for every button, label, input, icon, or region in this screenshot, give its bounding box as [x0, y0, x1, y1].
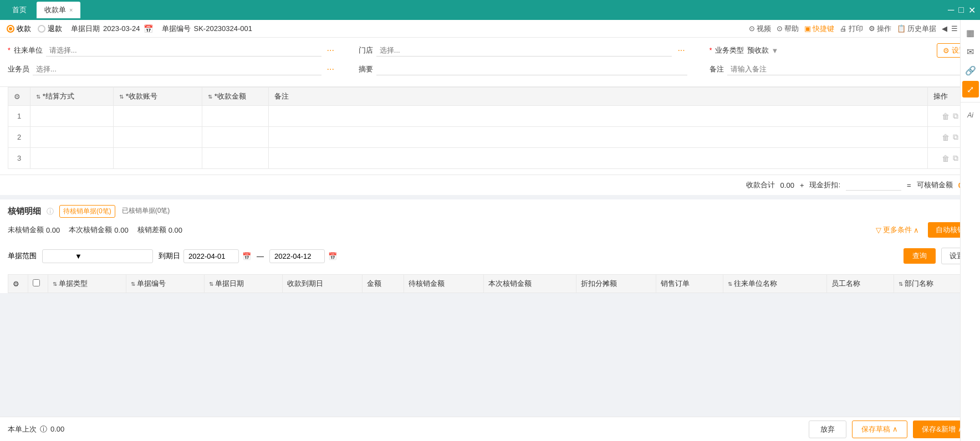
sidebar-expand-icon[interactable]: ⤢ [962, 81, 979, 98]
row-3-note[interactable] [269, 148, 928, 169]
bth-discount: 折扣分摊额 [576, 275, 656, 293]
th-settings[interactable]: ⚙ [8, 88, 30, 106]
store-input[interactable] [376, 44, 672, 57]
date-to-cal-icon[interactable]: 📅 [328, 252, 337, 260]
window-minimize[interactable]: ─ [948, 5, 954, 15]
bottom-table-header: ⚙ ⇅ 单据类型 ⇅ 单据编号 ⇅ 单据日期 收款到期日 [8, 275, 972, 293]
sort-type-icon[interactable]: ⇅ [53, 281, 57, 287]
sidebar-ai-icon[interactable]: Ai [962, 107, 979, 124]
row-1-num: 1 [8, 106, 30, 127]
completed-tab[interactable]: 已核销单据(0笔) [119, 205, 173, 218]
date-from-cal-icon[interactable]: 📅 [242, 252, 251, 260]
abandon-btn[interactable]: 放弃 [809, 421, 846, 438]
row-2-account[interactable] [114, 127, 202, 148]
row-2-delete-icon[interactable]: 🗑 [942, 133, 950, 142]
partner-label: 往来单位 [14, 45, 43, 55]
row-3-payment[interactable] [30, 148, 114, 169]
business-field: * 业务类型 预收款 ▼ ⚙ 设置 [710, 43, 972, 58]
radio-refund[interactable]: 退款 [38, 24, 62, 34]
bth-gear[interactable]: ⚙ [8, 275, 28, 293]
sort-number-icon[interactable]: ⇅ [131, 281, 135, 287]
staff-more-btn[interactable]: ··· [325, 64, 336, 74]
help-btn[interactable]: ⊙ 帮助 [777, 24, 799, 34]
row-2-payment[interactable] [30, 127, 114, 148]
pending-tab[interactable]: 待核销单据(0笔) [59, 205, 115, 218]
bth-due: 收款到期日 [283, 275, 363, 293]
available-label: 可核销金额 [917, 180, 953, 190]
row-2-note[interactable] [269, 127, 928, 148]
note-input[interactable] [727, 63, 972, 75]
sort-date-icon[interactable]: ⇅ [209, 281, 213, 287]
row-3-amount[interactable] [202, 148, 269, 169]
row-1-payment[interactable] [30, 106, 114, 127]
diff-label: 核销差额 [137, 225, 166, 235]
sort-amount-icon[interactable]: ⇅ [208, 94, 212, 100]
bth-checkbox[interactable] [28, 275, 48, 293]
bottom-gear-icon[interactable]: ⚙ [13, 280, 19, 288]
row-3-account[interactable] [114, 148, 202, 169]
date-to-input[interactable] [269, 249, 325, 263]
shortcut-btn[interactable]: ▣ 快捷键 [804, 24, 834, 34]
info-circle-icon: ⓘ [40, 424, 47, 434]
footer-last-value: 0.00 [50, 425, 64, 433]
radio-receive-label: 收款 [17, 24, 31, 34]
table-gear-icon[interactable]: ⚙ [14, 93, 21, 101]
tab-bar-right: ─ □ ✕ [948, 5, 976, 16]
sidebar-message-icon[interactable]: ✉ [962, 43, 979, 60]
equals-sign: = [907, 181, 911, 189]
memo-field: 摘要 [359, 63, 687, 75]
sort-account-icon[interactable]: ⇅ [119, 94, 124, 100]
select-all-checkbox[interactable] [33, 279, 40, 286]
th-action-label: 操作 [933, 92, 948, 100]
partner-more-btn[interactable]: ··· [325, 45, 336, 55]
row-3-copy-icon[interactable]: ⧉ [953, 153, 958, 163]
row-1-copy-icon[interactable]: ⧉ [953, 111, 958, 121]
tab-home[interactable]: 首页 [4, 2, 34, 18]
history-btn[interactable]: 📋 历史单据 [897, 24, 936, 34]
sidebar-table-icon[interactable]: ▦ [962, 24, 979, 41]
sort-payment-icon[interactable]: ⇅ [36, 94, 40, 100]
date-calendar-icon[interactable]: 📅 [144, 24, 153, 33]
discount-input[interactable] [846, 180, 901, 191]
footer-right: 放弃 保存草稿 ∧ 保存&新增 ∧ [809, 421, 972, 438]
range-select[interactable]: ▼ [42, 249, 153, 263]
prev-view-icon[interactable]: ◀ [942, 24, 947, 33]
sidebar-link-icon[interactable]: 🔗 [962, 62, 979, 79]
sort-dept-icon[interactable]: ⇅ [899, 281, 903, 287]
staff-input[interactable] [33, 63, 321, 75]
radio-receive[interactable]: 收款 [7, 24, 31, 34]
more-filter-btn[interactable]: ▽ 更多条件 ∧ [876, 225, 919, 235]
info-icon[interactable]: ⓘ [47, 207, 54, 217]
save-new-label: 保存&新增 [922, 424, 956, 434]
store-more-btn[interactable]: ··· [675, 45, 687, 55]
partner-input[interactable] [46, 44, 321, 57]
row-1-account[interactable] [114, 106, 202, 127]
list-view-icon[interactable]: ☰ [948, 23, 961, 34]
tab-bar: 首页 收款单 × ─ □ ✕ [0, 0, 980, 20]
row-1-delete-icon[interactable]: 🗑 [942, 112, 950, 121]
operation-btn[interactable]: ⚙ 操作 [869, 24, 891, 34]
query-btn[interactable]: 查询 [904, 248, 936, 264]
sort-partner-icon[interactable]: ⇅ [728, 281, 732, 287]
tab-current[interactable]: 收款单 × [37, 2, 80, 18]
row-2-copy-icon[interactable]: ⧉ [953, 132, 958, 142]
save-draft-btn[interactable]: 保存草稿 ∧ [852, 421, 907, 438]
footer: 本单上次 ⓘ 0.00 放弃 保存草稿 ∧ 保存&新增 ∧ [0, 417, 980, 441]
window-close[interactable]: ✕ [968, 5, 976, 16]
row-1-amount[interactable] [202, 106, 269, 127]
bth-order-label: 销售订单 [661, 279, 690, 288]
tab-close-icon[interactable]: × [69, 7, 73, 13]
memo-input[interactable] [376, 63, 687, 75]
video-btn[interactable]: ⊙ 视频 [749, 24, 771, 34]
window-maximize[interactable]: □ [958, 5, 964, 15]
row-1-note[interactable] [269, 106, 928, 127]
date-from-field: 到期日 📅 [159, 249, 251, 263]
row-3-delete-icon[interactable]: 🗑 [942, 154, 950, 163]
row-2-amount[interactable] [202, 127, 269, 148]
print-btn[interactable]: 🖨 打印 [840, 24, 863, 34]
date-from-input[interactable] [183, 249, 239, 263]
bottom-table: ⚙ ⇅ 单据类型 ⇅ 单据编号 ⇅ 单据日期 收款到期日 [8, 274, 972, 293]
bth-partner-label: 往来单位名称 [734, 279, 777, 288]
business-select[interactable]: 预收款 ▼ [747, 45, 933, 55]
ver-stats: 未核销金额 0.00 本次核销金额 0.00 核销差额 0.00 ▽ 更多条件 … [8, 222, 972, 238]
